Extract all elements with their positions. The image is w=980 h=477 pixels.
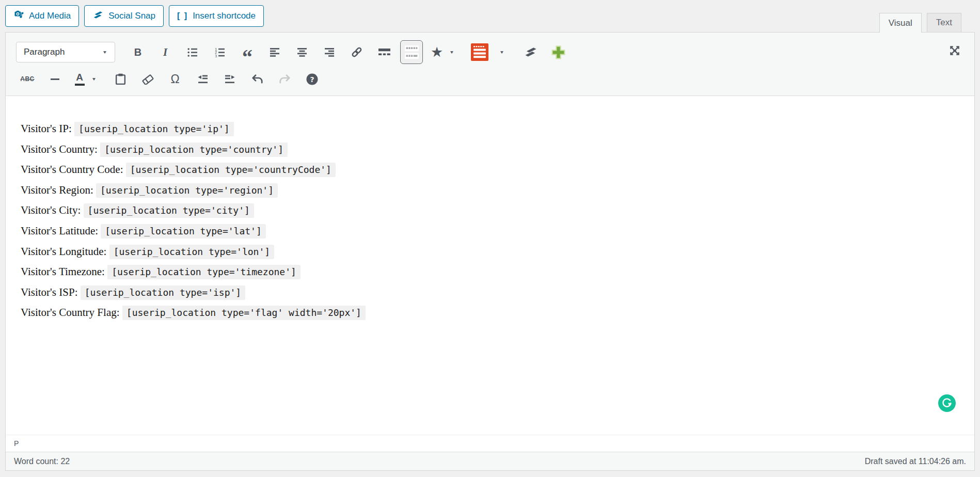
- indent-icon: [225, 75, 235, 84]
- blockquote-button[interactable]: “: [236, 42, 259, 62]
- star-split-button: ★ ▼: [428, 42, 457, 62]
- help-icon: ?: [306, 73, 319, 86]
- clipboard-icon: [115, 73, 126, 85]
- numbered-list-button[interactable]: 1 2 3: [209, 42, 231, 62]
- star-button[interactable]: ★: [428, 42, 446, 62]
- shortcode-chip: [userip_location type='lon']: [109, 245, 274, 259]
- shortcode-chip: [userip_location type='isp']: [81, 285, 245, 300]
- shortcodes-split-button: ▼: [469, 42, 508, 62]
- draft-saved-status: Draft saved at 11:04:26 am.: [865, 457, 966, 466]
- content-line: Visitor's ISP: [userip_location type='is…: [21, 282, 959, 303]
- strikethrough-button[interactable]: ABC: [16, 69, 39, 89]
- content-line: Visitor's City: [userip_location type='c…: [21, 200, 959, 221]
- outdent-button[interactable]: [191, 69, 214, 89]
- element-path-bar: P: [6, 435, 974, 452]
- align-left-button[interactable]: [263, 42, 286, 62]
- line-label: Visitor's IP:: [21, 122, 72, 135]
- undo-icon: [251, 74, 263, 84]
- special-character-button[interactable]: Ω: [164, 69, 186, 89]
- chevron-down-icon: ▼: [449, 50, 454, 54]
- tab-visual[interactable]: Visual: [879, 13, 922, 33]
- social-snap-icon: [92, 9, 104, 23]
- outdent-icon: [198, 75, 208, 84]
- tab-text[interactable]: Text: [927, 13, 961, 32]
- line-label: Visitor's Latitude:: [21, 225, 98, 237]
- horizontal-rule-button[interactable]: [43, 69, 66, 89]
- editor-mode-tabs: Visual Text: [879, 13, 961, 32]
- shortcodes-red-icon: [471, 43, 488, 61]
- bold-button[interactable]: B: [127, 42, 149, 62]
- line-label: Visitor's City:: [21, 204, 81, 216]
- toolbar-row-1: Paragraph ▼ B I: [16, 39, 967, 66]
- content-line: Visitor's Country: [userip_location type…: [21, 139, 959, 160]
- chevron-down-icon: ▼: [499, 50, 504, 54]
- align-center-icon: [297, 48, 307, 57]
- insert-link-button[interactable]: [345, 42, 368, 62]
- align-right-button[interactable]: [318, 42, 341, 62]
- grammarly-icon: [941, 397, 953, 410]
- paste-as-text-button[interactable]: [109, 69, 132, 89]
- read-more-button[interactable]: [373, 42, 396, 62]
- content-line: Visitor's Latitude: [userip_location typ…: [21, 221, 959, 242]
- italic-button[interactable]: I: [154, 42, 177, 62]
- star-dropdown-caret[interactable]: ▼: [446, 42, 457, 62]
- bullet-list-button[interactable]: [181, 42, 204, 62]
- shortcode-chip: [userip_location type='countryCode']: [126, 163, 336, 177]
- wp-classic-editor: Add Media Social Snap [ ] Insert shortco…: [0, 0, 980, 477]
- align-right-icon: [325, 48, 334, 57]
- fullscreen-button[interactable]: [943, 41, 966, 61]
- shortcode-chip: [userip_location type='timezone']: [107, 265, 301, 279]
- line-label: Visitor's Country Code:: [21, 163, 123, 176]
- toolbar-toggle-icon: [405, 45, 419, 59]
- shortcode-brackets-icon: [ ]: [177, 11, 188, 21]
- redo-button[interactable]: [273, 69, 296, 89]
- social-snap-label: Social Snap: [108, 11, 155, 21]
- toolbar-toggle-button[interactable]: [400, 40, 423, 64]
- line-label: Visitor's Country Flag:: [21, 306, 120, 319]
- toolbar-row-2: ABC A ▼: [16, 67, 967, 91]
- shortcode-chip: [userip_location type='city']: [84, 203, 254, 218]
- element-path[interactable]: P: [14, 439, 19, 448]
- insert-plus-button[interactable]: [547, 42, 570, 62]
- text-color-button[interactable]: A: [71, 69, 88, 89]
- strikethrough-icon: ABC: [20, 75, 35, 83]
- insert-shortcode-button[interactable]: [ ] Insert shortcode: [169, 5, 264, 27]
- redo-icon: [279, 74, 291, 84]
- content-line: Visitor's Country Flag: [userip_location…: [21, 303, 959, 323]
- line-label: Visitor's ISP:: [21, 286, 77, 298]
- editor-content-area[interactable]: Visitor's IP: [userip_location type='ip'…: [6, 96, 974, 435]
- editor-toolbar: Paragraph ▼ B I: [6, 33, 974, 96]
- horizontal-rule-icon: [51, 78, 59, 80]
- help-button[interactable]: ?: [301, 69, 323, 89]
- paragraph-format-select[interactable]: Paragraph ▼: [16, 42, 115, 62]
- align-center-button[interactable]: [291, 42, 313, 62]
- omega-icon: Ω: [170, 72, 179, 86]
- grammarly-button[interactable]: [938, 394, 956, 412]
- clear-formatting-button[interactable]: [136, 69, 159, 89]
- shortcodes-dropdown-caret[interactable]: ▼: [496, 42, 508, 62]
- media-buttons: Add Media Social Snap [ ] Insert shortco…: [5, 5, 264, 27]
- paragraph-format-value: Paragraph: [24, 47, 65, 57]
- line-label: Visitor's Timezone:: [21, 265, 105, 278]
- bold-icon: B: [134, 46, 141, 58]
- social-snap-toolbar-button[interactable]: [519, 42, 542, 62]
- add-media-button[interactable]: Add Media: [5, 5, 79, 27]
- shortcodes-red-button[interactable]: [469, 42, 490, 62]
- star-icon: ★: [431, 44, 443, 60]
- content-line: Visitor's Longitude: [userip_location ty…: [21, 242, 959, 262]
- shortcode-chip: [userip_location type='ip']: [74, 122, 234, 136]
- content-line: Visitor's Country Code: [userip_location…: [21, 160, 959, 180]
- content-line: Visitor's Timezone: [userip_location typ…: [21, 262, 959, 282]
- social-snap-icon: [524, 45, 538, 59]
- line-label: Visitor's Country:: [21, 143, 98, 155]
- social-snap-button[interactable]: Social Snap: [84, 5, 164, 27]
- word-count: Word count: 22: [14, 457, 70, 466]
- text-color-icon: A: [75, 73, 85, 86]
- content-line: Visitor's Region: [userip_location type=…: [21, 180, 959, 201]
- svg-text:?: ?: [310, 75, 314, 83]
- link-icon: [351, 46, 363, 58]
- text-color-dropdown-caret[interactable]: ▼: [88, 69, 100, 89]
- indent-button[interactable]: [218, 69, 241, 89]
- bullet-list-icon: [187, 47, 198, 57]
- undo-button[interactable]: [246, 69, 268, 89]
